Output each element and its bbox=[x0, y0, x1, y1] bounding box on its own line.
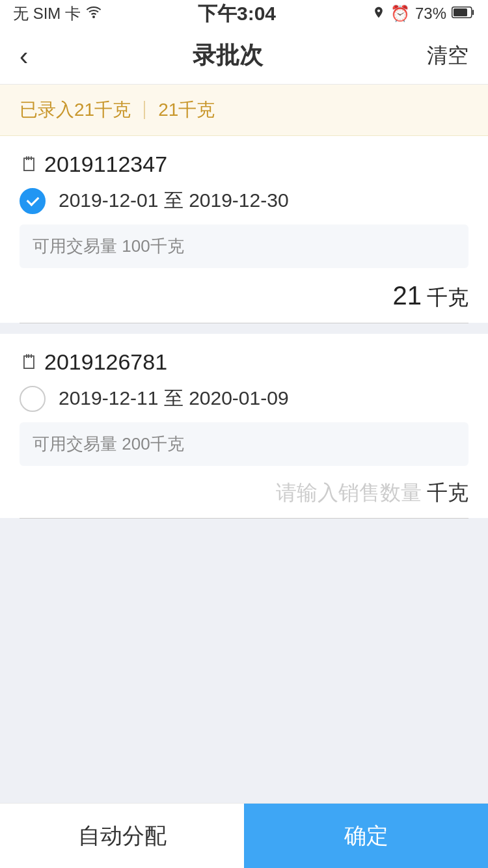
page-title: 录批次 bbox=[193, 40, 263, 72]
no-sim-label: 无 SIM 卡 bbox=[13, 3, 81, 24]
status-right: ⏰ 73% bbox=[372, 5, 475, 23]
auto-distribute-button[interactable]: 自动分配 bbox=[0, 804, 244, 868]
batch-id-row-1: 🗒 2019112347 bbox=[20, 152, 468, 177]
svg-point-0 bbox=[93, 16, 94, 18]
batch-available-text-1: 可用交易量 100千克 bbox=[33, 236, 184, 256]
bottom-bar: 自动分配 确定 bbox=[0, 803, 488, 868]
batch-item-2: 🗒 2019126781 2019-12-11 至 2020-01-09 可用交… bbox=[0, 334, 488, 466]
amount-value-1[interactable]: 21 bbox=[393, 281, 422, 310]
page-container: 无 SIM 卡 下午3:04 ⏰ 73% bbox=[0, 0, 488, 868]
confirm-button[interactable]: 确定 bbox=[244, 804, 488, 868]
clear-button[interactable]: 清空 bbox=[427, 42, 468, 70]
radio-button-1[interactable] bbox=[20, 188, 46, 214]
battery-label: 73% bbox=[415, 5, 446, 23]
radio-button-2[interactable] bbox=[20, 386, 46, 412]
section-separator bbox=[0, 323, 488, 334]
battery-icon bbox=[452, 5, 475, 23]
svg-rect-2 bbox=[454, 8, 467, 16]
batch-id-text-1: 2019112347 bbox=[44, 152, 167, 177]
batch-date-row-2[interactable]: 2019-12-11 至 2020-01-09 bbox=[20, 385, 468, 412]
back-button[interactable]: ‹ bbox=[20, 43, 28, 69]
wifi-icon bbox=[86, 4, 102, 23]
status-bar: 无 SIM 卡 下午3:04 ⏰ 73% bbox=[0, 0, 488, 27]
batch-date-text-2: 2019-12-11 至 2020-01-09 bbox=[59, 385, 289, 412]
batch-available-text-2: 可用交易量 200千克 bbox=[33, 434, 184, 454]
batch-id-row-2: 🗒 2019126781 bbox=[20, 349, 468, 375]
amount-row-1: 21 千克 bbox=[0, 268, 488, 323]
input-row-2: 请输入销售数量 千克 bbox=[0, 466, 488, 518]
input-unit-2: 千克 bbox=[427, 479, 468, 508]
batch-available-row-1: 可用交易量 100千克 bbox=[20, 224, 468, 268]
batch-id-icon-1: 🗒 bbox=[20, 154, 39, 176]
input-placeholder-2[interactable]: 请输入销售数量 bbox=[276, 479, 422, 508]
batch-id-text-2: 2019126781 bbox=[44, 349, 167, 375]
batch-date-text-1: 2019-12-01 至 2019-12-30 bbox=[59, 187, 289, 214]
summary-recorded: 已录入21千克 bbox=[20, 98, 131, 122]
location-icon bbox=[372, 5, 385, 23]
batch-date-row-1[interactable]: 2019-12-01 至 2019-12-30 bbox=[20, 187, 468, 214]
status-time: 下午3:04 bbox=[198, 1, 276, 27]
nav-bar: ‹ 录批次 清空 bbox=[0, 27, 488, 85]
summary-bar: 已录入21千克 21千克 bbox=[0, 85, 488, 136]
empty-area bbox=[0, 519, 488, 844]
batch-available-row-2: 可用交易量 200千克 bbox=[20, 422, 468, 466]
amount-unit-1: 千克 bbox=[427, 284, 468, 312]
summary-total: 21千克 bbox=[158, 98, 215, 122]
status-left: 无 SIM 卡 bbox=[13, 3, 102, 24]
alarm-icon: ⏰ bbox=[390, 5, 410, 23]
summary-divider bbox=[144, 101, 145, 119]
batch-id-icon-2: 🗒 bbox=[20, 351, 39, 373]
batch-item-1: 🗒 2019112347 2019-12-01 至 2019-12-30 可用交… bbox=[0, 136, 488, 268]
